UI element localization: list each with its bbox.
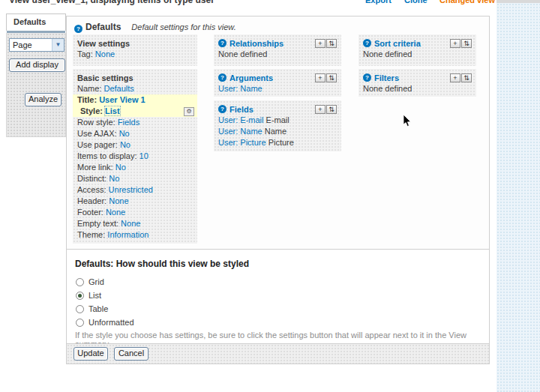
radio-circle[interactable] [76,305,84,313]
fields-title-link[interactable]: Fields [230,104,254,115]
setting-label: Access: [77,185,106,194]
field-item-link[interactable]: User: E-mail [218,115,264,124]
setting-label: Distinct: [77,174,106,183]
rearrange-fields-icon[interactable]: ⇅ [326,105,337,114]
page-top-strip: View user_view_1, displaying items of ty… [0,0,540,10]
fields-box: ? Fields + ⇅ User: E-mail E-mail User: N… [214,100,341,151]
radio-list[interactable]: List [76,291,101,301]
setting-value-link[interactable]: Fields [118,118,140,127]
basic-settings-box: Basic settings Name: Defaults Title: Use… [73,69,197,244]
setting-label: Use pager: [77,140,118,149]
cancel-button[interactable]: Cancel [114,347,148,361]
setting-value-link[interactable]: Information [107,230,148,239]
argument-item: User: Name [218,83,337,94]
relationships-box: ? Relationships + ⇅ None defined [214,34,341,66]
export-link[interactable]: Export [365,0,392,4]
rearrange-arguments-icon[interactable]: ⇅ [326,73,337,82]
setting-label: Style: [80,106,103,115]
display-sidebar: Page ▼ Add display Analyze [6,33,66,137]
tab-defaults-label: Defaults [7,14,65,26]
radio-circle[interactable] [76,278,84,286]
setting-value-link[interactable]: None [106,208,125,217]
view-settings-row: Tag: None [77,49,193,60]
setting-value-link[interactable]: User View 1 [99,95,146,104]
setting-label: Items to display: [77,151,136,160]
add-sort-icon[interactable]: + [450,39,460,48]
setting-row-use-pager: Use pager: No [77,139,193,151]
filters-empty-text: None defined [363,83,472,94]
rearrange-filters-icon[interactable]: ⇅ [461,73,472,82]
arguments-title-link[interactable]: Arguments [230,73,273,83]
rearrange-relationships-icon[interactable]: ⇅ [326,39,337,48]
radio-table[interactable]: Table [76,304,108,315]
views-ui-page: View user_view_1, displaying items of ty… [0,0,540,392]
radio-grid[interactable]: Grid [76,277,104,288]
radio-circle-selected[interactable] [76,292,84,300]
help-icon[interactable]: ? [218,105,226,113]
help-icon[interactable]: ? [363,39,371,47]
setting-value-link[interactable]: Defaults [104,84,134,93]
radio-unformatted[interactable]: Unformatted [76,318,134,328]
setting-value-link[interactable]: Unrestricted [109,185,153,194]
rearrange-sorts-icon[interactable]: ⇅ [461,39,472,48]
add-relationship-icon[interactable]: + [315,39,326,48]
setting-row-row-style: Row style: Fields [77,117,193,128]
filters-box: ? Filters + ⇅ None defined [358,69,476,97]
add-argument-icon[interactable]: + [315,73,326,82]
field-item-link[interactable]: User: Picture [218,138,266,147]
style-settings-form: Defaults: How should this view be styled… [66,249,490,364]
view-settings-box: View settings Tag: None [73,34,197,66]
help-icon[interactable]: ? [218,39,226,47]
tab-defaults[interactable]: Defaults [6,13,66,31]
help-icon[interactable]: ? [218,73,226,82]
add-display-button[interactable]: Add display [9,58,65,72]
update-button[interactable]: Update [74,347,108,361]
setting-value-link[interactable]: No [120,140,130,149]
setting-value-link[interactable]: None [121,219,140,228]
setting-row-more-link: More link: No [77,162,193,173]
field-item: User: Name Name [218,126,337,137]
sort-criteria-title-link[interactable]: Sort criteria [374,38,421,49]
add-field-icon[interactable]: + [315,105,326,114]
sort-criteria-box: ? Sort criteria + ⇅ None defined [358,34,476,66]
field-item-link[interactable]: User: Name [218,127,262,136]
page-background-strip-edge [496,0,540,3]
setting-value-link[interactable]: No [119,129,130,138]
page-background-strip [496,0,540,392]
changed-view-status: Changed view [440,0,495,4]
relationships-title-link[interactable]: Relationships [230,38,284,49]
setting-value-link[interactable]: No [109,174,119,183]
radio-grid-label: Grid [88,277,104,286]
radio-list-label: List [88,291,101,300]
style-form-heading: Defaults: How should this view be styled [75,259,249,269]
panel-title: Defaults [86,22,121,32]
filters-title-link[interactable]: Filters [374,73,399,83]
help-icon[interactable]: ? [363,73,371,82]
setting-label: Row style: [77,118,116,127]
argument-item-link[interactable]: User: Name [218,84,262,93]
setting-label: Name: [77,84,101,93]
tag-value-link[interactable]: None [95,49,115,58]
clone-link[interactable]: Clone [404,0,428,4]
add-filter-icon[interactable]: + [450,73,460,82]
setting-value-link[interactable]: 10 [140,151,148,160]
field-item-suffix: E-mail [266,115,290,124]
basic-settings-title: Basic settings [77,73,134,83]
field-item: User: Picture Picture [218,137,337,148]
setting-row-style: Style: List ⚙ [73,106,197,117]
setting-value-link[interactable]: None [109,196,128,205]
setting-value-link[interactable]: No [116,163,126,172]
radio-circle[interactable] [76,319,84,327]
radio-unformatted-label: Unformatted [88,318,134,327]
sort-criteria-empty-text: None defined [363,49,472,60]
setting-row-items-to-display: Items to display: 10 [77,151,193,162]
style-settings-gear-icon[interactable]: ⚙ [184,107,194,116]
setting-label: Footer: [77,208,104,217]
setting-value-link[interactable]: List [105,106,120,115]
relationships-empty-text: None defined [218,49,337,60]
setting-label: More link: [77,163,113,172]
arguments-box: ? Arguments + ⇅ User: Name [214,69,341,97]
analyze-button[interactable]: Analyze [25,93,62,106]
display-type-select[interactable]: Page ▼ [9,38,64,52]
help-icon[interactable]: ? [74,25,82,33]
